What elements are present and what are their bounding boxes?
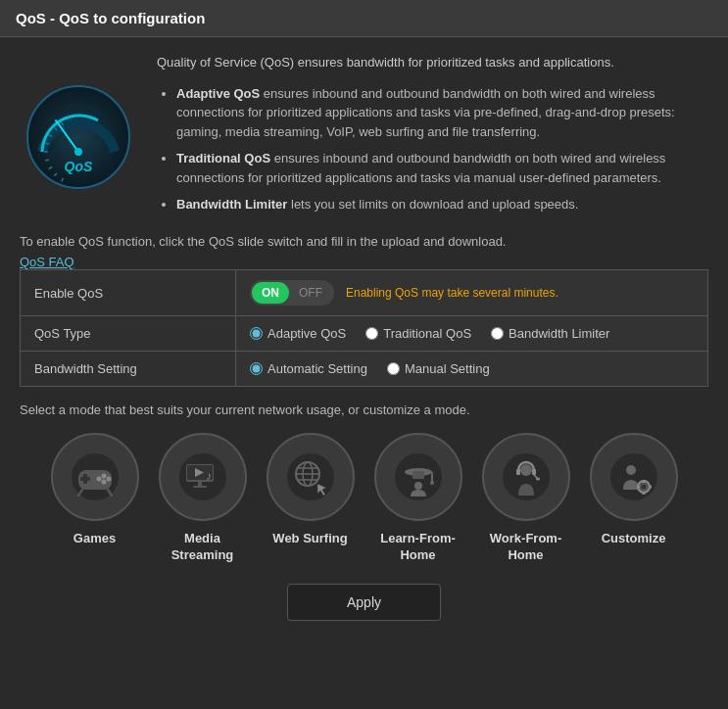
mode-media-streaming[interactable]: ♪ MediaStreaming <box>154 433 252 564</box>
svg-point-49 <box>610 453 657 500</box>
svg-point-19 <box>101 480 106 485</box>
settings-table: Enable QoS ON OFF Enabling QoS may take … <box>20 269 708 387</box>
qos-type-adaptive[interactable]: Adaptive QoS <box>250 326 346 341</box>
mode-customize[interactable]: Customize <box>585 433 683 564</box>
web-surfing-label: Web Surfing <box>272 531 347 547</box>
svg-point-48 <box>536 478 540 481</box>
svg-point-11 <box>74 148 82 156</box>
customize-icon-circle <box>590 433 678 521</box>
svg-rect-55 <box>637 486 640 489</box>
enable-qos-row: Enable QoS ON OFF Enabling QoS may take … <box>21 270 708 316</box>
games-icon-circle <box>51 433 139 521</box>
enable-text: To enable QoS function, click the QoS sl… <box>20 232 708 252</box>
media-streaming-label: MediaStreaming <box>171 531 234 564</box>
mode-work-from-home[interactable]: Work-From-Home <box>477 433 575 564</box>
qos-type-row: QoS Type Adaptive QoS Traditional QoS Ba… <box>21 316 708 352</box>
mode-icons-container: Games ♪ <box>20 433 708 564</box>
bullet-adaptive: Adaptive QoS ensures inbound and outboun… <box>176 84 708 142</box>
svg-point-42 <box>414 482 422 490</box>
work-icon-circle <box>482 433 570 521</box>
bullet-traditional: Traditional QoS ensures inbound and outb… <box>176 149 708 187</box>
mode-web-surfing[interactable]: Web Surfing <box>262 433 360 564</box>
media-icon-circle: ♪ <box>159 433 247 521</box>
qos-type-bandwidth[interactable]: Bandwidth Limiter <box>491 326 609 341</box>
bandwidth-manual[interactable]: Manual Setting <box>387 361 490 376</box>
work-from-home-label: Work-From-Home <box>490 531 561 564</box>
mode-section: Select a mode that best suits your curre… <box>20 402 708 621</box>
svg-point-50 <box>626 465 636 475</box>
svg-rect-56 <box>649 486 652 489</box>
apply-button[interactable]: Apply <box>287 584 441 621</box>
games-label: Games <box>73 531 116 547</box>
learn-icon-circle <box>374 433 462 521</box>
svg-point-44 <box>520 464 532 476</box>
customize-label: Customize <box>602 531 666 547</box>
svg-point-30 <box>287 453 334 500</box>
intro-top-text: Quality of Service (QoS) ensures bandwid… <box>157 53 708 72</box>
bandwidth-auto[interactable]: Automatic Setting <box>250 361 367 376</box>
svg-point-20 <box>96 477 101 482</box>
svg-rect-46 <box>532 469 536 475</box>
apply-wrap: Apply <box>20 584 708 621</box>
qos-faq-link[interactable]: QoS FAQ <box>20 255 74 269</box>
qos-logo: QoS <box>20 53 137 222</box>
bandwidth-setting-label: Bandwidth Setting <box>21 352 236 387</box>
enable-qos-toggle[interactable]: ON OFF <box>250 280 334 306</box>
web-icon-circle <box>267 433 355 521</box>
page-title: QoS - QoS to configuration <box>0 0 728 37</box>
svg-text:♪: ♪ <box>206 469 212 483</box>
enable-qos-control: ON OFF Enabling QoS may take several min… <box>236 270 708 316</box>
svg-point-17 <box>101 474 106 479</box>
toggle-off-label: OFF <box>289 282 332 304</box>
qos-type-traditional[interactable]: Traditional QoS <box>365 326 471 341</box>
bullet-bandwidth: Bandwidth Limiter lets you set limits on… <box>176 195 708 214</box>
bandwidth-setting-row: Bandwidth Setting Automatic Setting Manu… <box>21 352 708 387</box>
toggle-on-label: ON <box>252 282 289 304</box>
mode-games[interactable]: Games <box>46 433 144 564</box>
svg-rect-16 <box>80 477 90 481</box>
svg-line-6 <box>45 143 49 144</box>
intro-bullets: Quality of Service (QoS) ensures bandwid… <box>157 53 708 222</box>
enable-qos-label: Enable QoS <box>21 270 236 316</box>
svg-rect-45 <box>516 469 520 475</box>
svg-point-41 <box>430 481 434 485</box>
svg-rect-54 <box>642 492 645 495</box>
svg-rect-27 <box>193 486 207 488</box>
learn-from-home-label: Learn-From-Home <box>380 531 456 564</box>
bandwidth-setting-control: Automatic Setting Manual Setting <box>236 352 708 387</box>
svg-rect-39 <box>413 471 424 479</box>
svg-point-18 <box>106 477 111 482</box>
qos-type-label: QoS Type <box>21 316 236 352</box>
svg-line-4 <box>45 160 49 161</box>
qos-warning-text: Enabling QoS may take several minutes. <box>346 286 558 300</box>
mode-subtitle: Select a mode that best suits your curre… <box>20 402 708 417</box>
svg-text:QoS: QoS <box>65 159 93 174</box>
mode-learn-from-home[interactable]: Learn-From-Home <box>369 433 467 564</box>
svg-rect-53 <box>642 480 645 483</box>
svg-point-52 <box>641 485 646 490</box>
qos-type-control: Adaptive QoS Traditional QoS Bandwidth L… <box>236 316 708 352</box>
